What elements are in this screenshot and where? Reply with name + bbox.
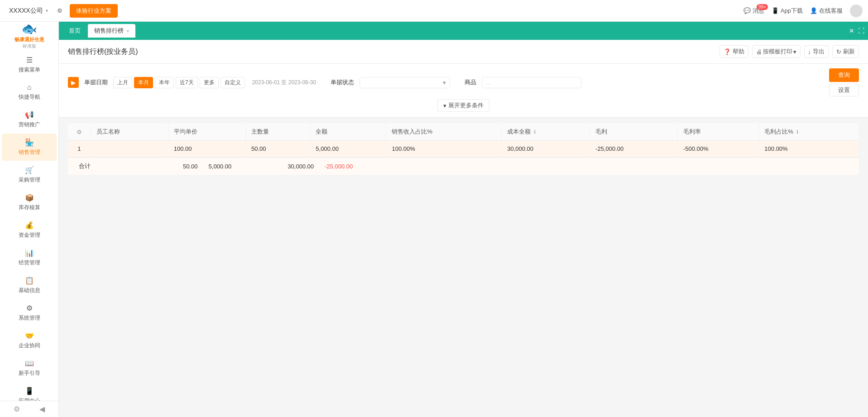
refresh-button[interactable]: ↻ 刷新 — [832, 45, 859, 58]
print-icon: 🖨 — [756, 48, 762, 55]
gross-pct-info-icon[interactable]: ℹ — [796, 129, 798, 134]
date-btn-cur-month[interactable]: 本月 — [134, 77, 153, 88]
sidebar-item-system[interactable]: ⚙ 系统管理 — [2, 299, 57, 326]
top-header: XXXXX公司 ▾ ⚙ 体验行业方案 💬 消息 99+ 📱 App下载 👤 在线… — [0, 0, 868, 22]
search-order-icon: ☰ — [26, 56, 33, 64]
logo-sub: 标准版 — [23, 43, 36, 49]
sidebar-collapse-button[interactable]: ◀ — [39, 405, 45, 413]
content-area: 首页 销售排行榜 × ✕ ⛶ 销售排行榜(按业务员) ❓ 帮助 — [59, 22, 868, 417]
cell-sales-pct: 100.00% — [386, 141, 502, 157]
page-actions: ❓ 帮助 🖨 按模板打印 ▾ ↓ 导出 ↻ 刷新 — [719, 45, 859, 58]
help-button[interactable]: ❓ 帮助 — [719, 45, 748, 58]
date-btn-more[interactable]: 更多 — [200, 77, 219, 88]
operations-icon: 📊 — [25, 249, 34, 257]
company-name: XXXXX公司 — [9, 7, 43, 15]
setting-button[interactable]: 设置 — [829, 84, 859, 96]
date-range-display: 2023-06-01 至 2023-06-30 — [252, 79, 316, 86]
online-service-button[interactable]: 👤 在线客服 — [810, 7, 843, 15]
tab-close-window-icon[interactable]: ✕ — [849, 27, 854, 34]
guide-icon: 📖 — [25, 359, 34, 368]
company-selector[interactable]: XXXXX公司 ▾ — [5, 5, 52, 17]
date-btn-prev-month[interactable]: 上月 — [113, 77, 132, 88]
system-icon: ⚙ — [26, 304, 33, 312]
page-header: 销售排行榜(按业务员) ❓ 帮助 🖨 按模板打印 ▾ ↓ 导出 — [59, 40, 868, 64]
header-right: 💬 消息 99+ 📱 App下载 👤 在线客服 — [743, 5, 863, 17]
table-wrapper: ⚙ 员工名称 平均单价 主数量 全额 销售收入占比% 成本全额 ℹ 毛利 — [59, 118, 868, 417]
sidebar-item-app-center[interactable]: 📱 应用中心 — [2, 382, 57, 401]
footer-qty: 50.00 — [177, 163, 203, 170]
date-btn-cur-year[interactable]: 本年 — [155, 77, 174, 88]
settings-button[interactable]: ⚙ — [53, 5, 66, 17]
tab-bar: 首页 销售排行榜 × ✕ ⛶ — [59, 22, 868, 40]
page-content: 销售排行榜(按业务员) ❓ 帮助 🖨 按模板打印 ▾ ↓ 导出 — [59, 40, 868, 417]
tab-maximize-icon[interactable]: ⛶ — [858, 27, 864, 34]
enterprise-icon: 🤝 — [25, 331, 34, 340]
filter-more-row: ▾ 展开更多条件 — [68, 96, 859, 113]
user-avatar-area[interactable] — [850, 5, 863, 17]
expand-more-button[interactable]: ▾ 展开更多条件 — [437, 99, 489, 112]
sidebar-settings-button[interactable]: ⚙ — [14, 405, 20, 413]
sidebar-item-marketing[interactable]: 📢 营销推广 — [2, 106, 57, 133]
tab-home[interactable]: 首页 — [62, 24, 87, 38]
tab-sales-ranking[interactable]: 销售排行榜 × — [88, 24, 135, 38]
avatar — [850, 5, 863, 17]
col-settings: ⚙ — [68, 123, 91, 141]
query-button[interactable]: 查询 — [829, 68, 859, 82]
cell-gross: -25,000.00 — [590, 141, 678, 157]
app-center-icon: 📱 — [25, 387, 34, 395]
footer-cost: 30,000.00 — [282, 163, 319, 170]
status-select[interactable]: ▾ — [360, 77, 450, 88]
date-btn-last7[interactable]: 近7天 — [176, 77, 198, 88]
goods-filter-label: 商品 — [465, 78, 476, 86]
template-print-button[interactable]: 🖨 按模板打印 ▾ — [752, 45, 801, 58]
tab-close-icon[interactable]: × — [126, 28, 129, 34]
sidebar-item-guide[interactable]: 📖 新手引导 — [2, 355, 57, 382]
sidebar-item-sales[interactable]: 🏪 销售管理 — [2, 134, 57, 161]
table-row: 1 100.00 50.00 5,000.00 100.00% 30,000.0… — [68, 141, 859, 157]
sidebar-item-inventory[interactable]: 📦 库存核算 — [2, 189, 57, 216]
cell-qty: 50.00 — [245, 141, 310, 157]
cell-amount: 5,000.00 — [310, 141, 386, 157]
sidebar-item-enterprise[interactable]: 🤝 企业协同 — [2, 327, 57, 354]
cell-cost: 30,000.00 — [502, 141, 590, 157]
sales-icon: 🏪 — [25, 138, 34, 147]
sidebar-item-finance[interactable]: 💰 资金管理 — [2, 216, 57, 244]
col-avg-price: 平均单价 — [168, 123, 245, 141]
sidebar-item-quick-nav[interactable]: ⌂ 快捷导航 — [2, 79, 57, 105]
cell-rank: 1 — [68, 141, 91, 157]
app-download-button[interactable]: 📱 App下载 — [772, 7, 803, 15]
logo-area: 🐟 畅康通好生意 标准版 — [0, 22, 58, 49]
chevron-down-icon: ▾ — [46, 8, 48, 13]
export-button[interactable]: ↓ 导出 — [804, 45, 829, 58]
col-amount: 全额 — [310, 123, 386, 141]
message-badge: 99+ — [757, 4, 768, 10]
col-settings-icon[interactable]: ⚙ — [77, 129, 82, 135]
sidebar-item-purchase[interactable]: 🛒 采购管理 — [2, 161, 57, 188]
trial-btn[interactable]: 体验行业方案 — [70, 4, 118, 18]
date-btn-custom[interactable]: 自定义 — [221, 77, 245, 88]
status-chevron-icon: ▾ — [443, 79, 446, 86]
col-qty: 主数量 — [245, 123, 310, 141]
filter-row-1: ▶ 单据日期 上月 本月 本年 近7天 更多 自定义 2023-06-01 至 … — [68, 68, 859, 96]
query-btn-area: 查询 设置 — [829, 68, 859, 96]
finance-icon: 💰 — [25, 221, 34, 230]
status-filter-label: 单据状态 — [331, 78, 354, 86]
footer-label: 合计 — [73, 162, 96, 170]
data-table: ⚙ 员工名称 平均单价 主数量 全额 销售收入占比% 成本全额 ℹ 毛利 — [68, 123, 859, 157]
sidebar-item-operations[interactable]: 📊 经营管理 — [2, 244, 57, 271]
basic-info-icon: 📋 — [25, 276, 34, 285]
filter-bar: ▶ 单据日期 上月 本月 本年 近7天 更多 自定义 2023-06-01 至 … — [59, 64, 868, 118]
filter-toggle-button[interactable]: ▶ — [68, 77, 79, 88]
goods-input[interactable]: ... — [482, 77, 581, 88]
service-icon: 👤 — [810, 7, 817, 14]
cost-info-icon[interactable]: ℹ — [534, 129, 536, 134]
sidebar-item-search-order[interactable]: ☰ 搜索菜单 — [2, 51, 57, 78]
expand-icon: ▾ — [443, 102, 446, 109]
main-layout: 🐟 畅康通好生意 标准版 ☰ 搜索菜单 ⌂ 快捷导航 📢 营销推广 🏪 销售管理 — [0, 22, 868, 417]
col-sales-pct: 销售收入占比% — [386, 123, 502, 141]
message-button[interactable]: 💬 消息 99+ — [743, 7, 764, 15]
col-name: 员工名称 — [91, 123, 168, 141]
cell-name — [91, 141, 168, 157]
logo-text: 畅康通好生意 — [14, 36, 44, 43]
sidebar-item-basic-info[interactable]: 📋 基础信息 — [2, 272, 57, 299]
